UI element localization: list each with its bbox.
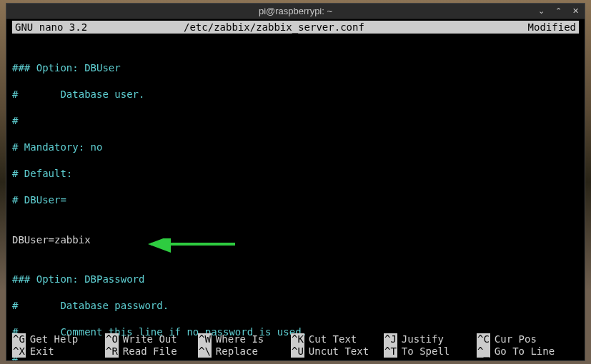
editor-line: # DBUser= [12,193,579,207]
maximize-button[interactable]: ⌃ [553,6,563,16]
shortcut-go-to-line[interactable]: ^_Go To Line [477,345,570,358]
editor-line: ### Option: DBUser [12,61,579,75]
editor-content[interactable]: ### Option: DBUser # Database user. # # … [12,34,579,360]
nano-status: Modified [528,21,579,34]
minimize-button[interactable]: ⌄ [536,6,546,16]
shortcut-exit[interactable]: ^XExit [12,345,105,358]
window-controls: ⌄ ⌃ ✕ [536,6,580,16]
window-title: pi@raspberrypi: ~ [259,6,332,16]
editor-line: # [12,114,579,128]
editor-line: # Database user. [12,88,579,101]
terminal-body[interactable]: GNU nano 3.2 /etc/zabbix/zabbix_server.c… [6,19,585,360]
shortcut-get-help[interactable]: ^GGet Help [12,333,105,345]
nano-version: GNU nano 3.2 [12,21,184,34]
editor-line: ### Option: DBPassword [12,273,579,286]
editor-line: DBUser=zabbix [12,233,579,247]
shortcut-row: ^XExit ^RRead File ^\Replace ^UUncut Tex… [12,345,579,358]
shortcut-row: ^GGet Help ^OWrite Out ^WWhere Is ^KCut … [12,333,579,345]
close-button[interactable]: ✕ [570,6,580,16]
shortcut-read-file[interactable]: ^RRead File [105,345,198,358]
shortcut-justify[interactable]: ^JJustify [384,333,477,345]
shortcut-where-is[interactable]: ^WWhere Is [198,333,291,345]
nano-filepath: /etc/zabbix/zabbix_server.conf [184,21,528,34]
shortcut-uncut-text[interactable]: ^UUncut Text [291,345,384,358]
shortcut-cut-text[interactable]: ^KCut Text [291,333,384,345]
titlebar[interactable]: pi@raspberrypi: ~ ⌄ ⌃ ✕ [6,4,585,19]
editor-line: # Default: [12,167,579,181]
shortcut-replace[interactable]: ^\Replace [198,345,291,358]
editor-line: # Database password. [12,299,579,313]
shortcut-cur-pos[interactable]: ^CCur Pos [477,333,570,345]
terminal-window: pi@raspberrypi: ~ ⌄ ⌃ ✕ GNU nano 3.2 /et… [6,3,585,361]
shortcut-to-spell[interactable]: ^TTo Spell [384,345,477,358]
nano-header: GNU nano 3.2 /etc/zabbix/zabbix_server.c… [12,21,579,34]
nano-shortcuts: ^GGet Help ^OWrite Out ^WWhere Is ^KCut … [12,333,579,358]
shortcut-write-out[interactable]: ^OWrite Out [105,333,198,345]
editor-line: # Mandatory: no [12,141,579,154]
